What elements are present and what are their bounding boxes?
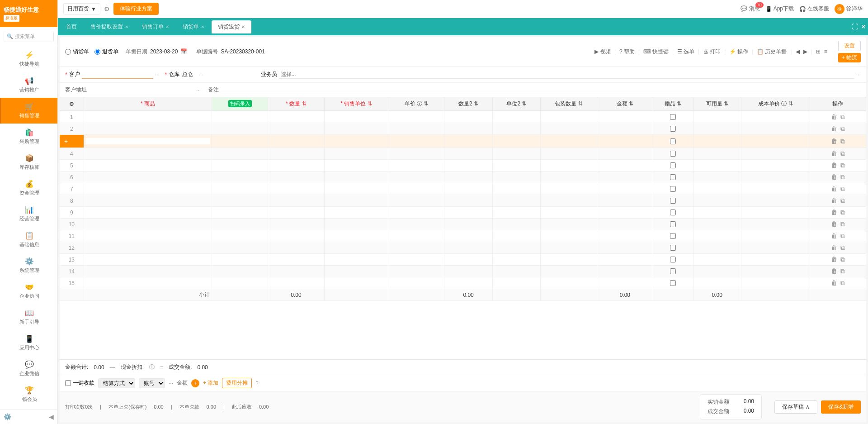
copy-icon-2[interactable]: ⧉ (840, 125, 845, 132)
search-menu-button[interactable]: 🔍 搜索菜单 (4, 31, 54, 42)
gift-checkbox-2[interactable] (670, 126, 676, 132)
unit2-cell-13[interactable] (492, 254, 540, 266)
pkg-cell-4[interactable] (541, 148, 597, 160)
qty2-cell-8[interactable] (444, 195, 492, 207)
gift-checkbox-15[interactable] (670, 280, 676, 286)
product-input-active[interactable] (86, 138, 210, 144)
unit-cell-13[interactable] (324, 254, 388, 266)
product-cell-4[interactable] (84, 148, 212, 160)
price-cell-13[interactable] (388, 254, 444, 266)
delete-icon-4[interactable]: 🗑 (831, 150, 837, 157)
settings-button[interactable]: 设置 (838, 41, 861, 51)
copy-icon-12[interactable]: ⧉ (840, 244, 845, 251)
gift-checkbox-12[interactable] (670, 245, 676, 251)
barcode-btn-header[interactable]: 扫码录入 (228, 100, 252, 107)
copy-icon-11[interactable]: ⧉ (840, 232, 845, 239)
sidebar-collapse-button[interactable]: ◀ (49, 413, 54, 420)
cost-cell-7[interactable] (741, 183, 810, 195)
sidebar-item-operation[interactable]: 📊 经营管理 (0, 201, 57, 227)
pkg-cell-9[interactable] (541, 207, 597, 219)
unit2-cell-5[interactable] (492, 160, 540, 172)
save-new-button[interactable]: 保存&新增 (821, 400, 861, 414)
product-cell-6[interactable] (84, 172, 212, 183)
unit2-cell-6[interactable] (492, 172, 540, 183)
add-payment-button[interactable]: + (191, 379, 199, 387)
pkg-cell-15[interactable] (541, 277, 597, 289)
available-cell-12[interactable] (693, 242, 741, 254)
pkg-cell-2[interactable] (541, 123, 597, 135)
copy-icon-4[interactable]: ⧉ (840, 150, 845, 157)
cost-cell-2[interactable] (741, 123, 810, 135)
product-cell-2[interactable] (84, 123, 212, 135)
gift-checkbox-8[interactable] (670, 198, 676, 204)
customer-input[interactable] (82, 70, 153, 79)
available-cell-15[interactable] (693, 277, 741, 289)
delete-icon-2[interactable]: 🗑 (831, 125, 837, 132)
cost-cell-10[interactable] (741, 219, 810, 230)
available-cell-4[interactable] (693, 148, 741, 160)
unit2-cell-12[interactable] (492, 242, 540, 254)
warehouse-dots-button[interactable]: ··· (198, 71, 203, 78)
delete-icon-10[interactable]: 🗑 (831, 220, 837, 228)
tab-delivery-close-icon[interactable]: ✕ (201, 24, 204, 29)
amount-cell-3[interactable] (597, 135, 653, 148)
unit-cell-1[interactable] (324, 111, 388, 123)
available-cell-1[interactable] (693, 111, 741, 123)
copy-icon-5[interactable]: ⧉ (840, 162, 845, 169)
unit-cell-12[interactable] (324, 242, 388, 254)
col-settings[interactable]: ⚙ (60, 97, 84, 111)
sidebar-item-system[interactable]: ⚙️ 系统管理 (0, 252, 57, 278)
product-cell-3[interactable] (84, 135, 212, 148)
save-draft-button[interactable]: 保存草稿 ∧ (774, 400, 817, 414)
cost-cell-8[interactable] (741, 195, 810, 207)
cost-cell-11[interactable] (741, 230, 810, 242)
qty2-cell-1[interactable] (444, 111, 492, 123)
expense-info-icon[interactable]: ? (255, 380, 259, 386)
copy-icon-3[interactable]: ⧉ (840, 138, 845, 145)
amount-cell-11[interactable] (597, 230, 653, 242)
grid-view-icon[interactable]: ⊞ (816, 48, 821, 55)
amount-cell-4[interactable] (597, 148, 653, 160)
qty-cell-2[interactable] (268, 123, 324, 135)
qty-cell-8[interactable] (268, 195, 324, 207)
pkg-cell-1[interactable] (541, 111, 597, 123)
sidebar-item-collab[interactable]: 🤝 企业协同 (0, 278, 57, 304)
gift-checkbox-14[interactable] (670, 268, 676, 274)
product-cell-9[interactable] (84, 207, 212, 219)
gift-checkbox-6[interactable] (670, 174, 676, 180)
copy-icon-8[interactable]: ⧉ (840, 197, 845, 204)
tab-delivery[interactable]: 销货单 ✕ (176, 20, 211, 33)
available-cell-3[interactable] (693, 135, 741, 148)
sidebar-item-wecom[interactable]: 💬 企业微信 (0, 356, 57, 381)
delete-icon-14[interactable]: 🗑 (831, 267, 837, 275)
select-action[interactable]: ☰ 选单 (677, 48, 694, 56)
gift-checkbox-9[interactable] (670, 210, 676, 215)
qty2-cell-9[interactable] (444, 207, 492, 219)
account-method-select[interactable]: 结算方式 (98, 378, 135, 388)
copy-icon-14[interactable]: ⧉ (840, 267, 845, 275)
amount-cell-8[interactable] (597, 195, 653, 207)
unit2-cell-2[interactable] (492, 123, 540, 135)
amount-cell-13[interactable] (597, 254, 653, 266)
remark-input[interactable] (221, 86, 861, 94)
qty2-cell-10[interactable] (444, 219, 492, 230)
delete-icon-6[interactable]: 🗑 (831, 173, 837, 181)
amount-cell-7[interactable] (597, 183, 653, 195)
experience-btn[interactable]: 体验行业方案 (113, 3, 159, 15)
cost-cell-3[interactable] (741, 135, 810, 148)
unit-cell-6[interactable] (324, 172, 388, 183)
one-click-payment-checkbox[interactable] (65, 380, 71, 386)
copy-icon-15[interactable]: ⧉ (840, 279, 845, 286)
amount-cell-15[interactable] (597, 277, 653, 289)
unit-cell-10[interactable] (324, 219, 388, 230)
qty-cell-14[interactable] (268, 266, 324, 277)
unit2-cell-8[interactable] (492, 195, 540, 207)
delete-icon-9[interactable]: 🗑 (831, 209, 837, 216)
amount-cell-12[interactable] (597, 242, 653, 254)
gift-checkbox-10[interactable] (670, 221, 676, 227)
qty2-cell-2[interactable] (444, 123, 492, 135)
amount-cell-5[interactable] (597, 160, 653, 172)
amount-cell-9[interactable] (597, 207, 653, 219)
delete-icon-8[interactable]: 🗑 (831, 197, 837, 204)
price-cell-7[interactable] (388, 183, 444, 195)
